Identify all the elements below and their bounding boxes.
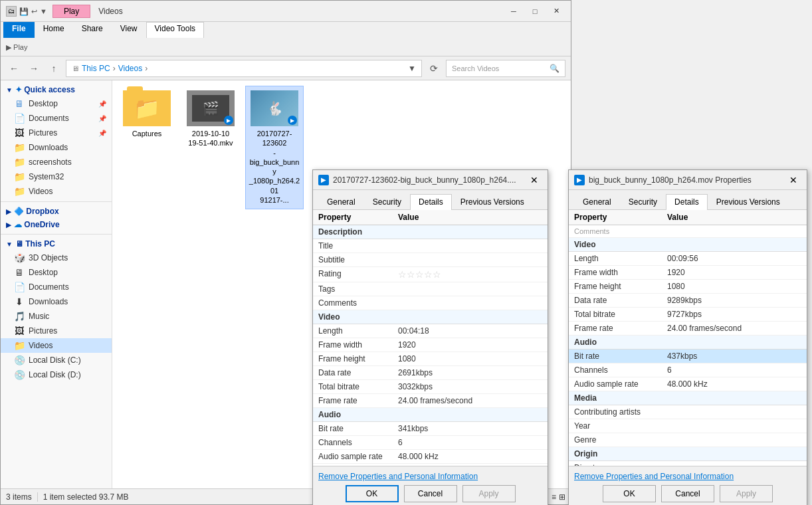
mov-prop-value-framewidth: 1920 [667,268,801,277]
minimize-button[interactable]: ─ [504,5,523,17]
dialog-mkv-footer: Remove Properties and Personal Informati… [313,466,548,505]
sidebar-dropbox[interactable]: ▶ 🔷 Dropbox [1,205,112,218]
sidebar-item-documents[interactable]: 📄 Documents 📌 [1,111,112,126]
prop-value-totalbitrate: 3032kbps [398,382,542,391]
sidebar-3dobjects-label: 3D Objects [29,253,68,262]
dialog-mkv-tab-details[interactable]: Details [410,194,452,210]
tab-video-tools[interactable]: Video Tools [146,22,205,38]
sidebar-thispc[interactable]: ▼ 🖥 This PC [1,237,112,251]
sidebar-item-pictures[interactable]: 🖼 Pictures 📌 [1,126,112,140]
mov-prop-value-totalbitrate: 9727kbps [667,310,801,319]
dialog-mov-close-button[interactable]: ✕ [785,173,801,187]
dialog-mkv-tab-previous[interactable]: Previous Versions [452,194,533,209]
sidebar-pictures-thispc[interactable]: 🖼 Pictures [1,324,112,338]
sidebar-downloads-thispc[interactable]: ⬇ Downloads [1,294,112,309]
tab-home[interactable]: Home [35,22,73,38]
dialog-mkv-row-channels: Channels 6 [313,436,548,450]
address-input[interactable]: 🖥 This PC › Videos › ▼ [66,60,422,77]
folder-icon-captures: 📁 [134,96,160,121]
sidebar-music[interactable]: 🎵 Music [1,309,112,324]
sidebar-system32-label: System32 [29,172,64,181]
maximize-button[interactable]: □ [526,5,544,17]
forward-button[interactable]: → [26,60,42,76]
sidebar-desktop-thispc[interactable]: 🖥 Desktop [1,265,112,280]
file-item-captures[interactable]: 📁 Captures [118,86,176,209]
ribbon-icon-play: ▶ Play [6,43,27,52]
dialog-mkv-row-bitrate: Bit rate 341kbps [313,422,548,436]
breadcrumb-videos[interactable]: Videos [118,64,142,73]
sidebar-localdisk-c[interactable]: 💿 Local Disk (C:) [1,353,112,367]
thumb-mkv: 🎬 ▶ [187,90,235,126]
desktop-icon: 🖥 [14,98,25,109]
dialog-mkv-close-button[interactable]: ✕ [526,173,542,187]
sidebar-videos-thispc[interactable]: 📁 Videos [1,338,112,353]
dialog-mov-ok-button[interactable]: OK [603,485,656,502]
sidebar-quick-access[interactable]: ▼ ✦ Quick access [1,83,112,96]
dialog-mov-apply-button[interactable]: Apply [720,485,773,502]
dialog-mkv-apply-button[interactable]: Apply [462,485,516,502]
file-item-video[interactable]: 🐇 ▶ 20170727-123602-big_buck_bunny_1080p… [245,86,304,209]
dialog-mov-tab-security[interactable]: Security [620,194,666,209]
sidebar-localdisk-d[interactable]: 💿 Local Disk (D:) [1,367,112,382]
dialog-mov-cancel-button[interactable]: Cancel [661,485,714,502]
onedrive-icon: ☁ [14,220,22,229]
tab-share[interactable]: Share [73,22,112,38]
mov-prop-value-bitrate: 437kbps [667,352,801,361]
address-dropdown[interactable]: ▼ [408,64,416,73]
dialog-mkv-header-value: Value [398,213,534,222]
up-button[interactable]: ↑ [46,60,62,76]
sidebar-documents-thispc[interactable]: 📄 Documents [1,280,112,294]
sidebar-item-system32[interactable]: 📁 System32 [1,169,112,184]
file-item-mkv[interactable]: 🎬 ▶ 2019-10-1019-51-40.mkv [181,86,240,209]
mov-prop-value-year [667,421,801,431]
sidebar-item-videos-quick[interactable]: 📁 Videos [1,184,112,199]
folder-thumb-captures: 📁 [123,90,171,126]
sidebar-item-desktop[interactable]: 🖥 Desktop 📌 [1,96,112,111]
back-button[interactable]: ← [6,60,22,76]
dialog-mov-tab-general[interactable]: General [574,194,620,209]
dialog-mkv-buttons: OK Cancel Apply [318,485,542,502]
sidebar-downloads-thispc-label: Downloads [29,297,68,306]
sidebar-onedrive[interactable]: ▶ ☁ OneDrive [1,218,112,231]
play-tab[interactable]: Play [52,5,90,18]
dialog-mov-footer: Remove Properties and Personal Informati… [569,466,807,505]
dialog-mkv-row-datarate: Data rate 2691kbps [313,366,548,380]
tab-file[interactable]: File [3,22,35,38]
dialog-mkv-tab-general[interactable]: General [318,194,364,209]
tab-view[interactable]: View [112,22,146,38]
breadcrumb-thispc[interactable]: This PC [82,64,110,73]
ribbon-tabs: File Home Share View Video Tools [1,22,571,38]
close-button[interactable]: ✕ [547,5,565,17]
dialog-mkv-row-frameheight: Frame height 1080 [313,352,548,366]
sidebar-3dobjects[interactable]: 🎲 3D Objects [1,251,112,265]
dialog-mkv-row-subtitle: Subtitle [313,253,548,267]
dialog-mov-remove-link[interactable]: Remove Properties and Personal Informati… [574,472,801,481]
ribbon-content: ▶ Play [1,38,571,56]
prop-value-title [398,241,542,251]
sidebar-item-downloads[interactable]: 📁 Downloads [1,140,112,155]
sidebar-divider-1 [1,201,112,202]
search-icon[interactable]: 🔍 [550,64,559,73]
dialog-mkv-ok-button[interactable]: OK [346,485,399,502]
dialog-mkv-row-length: Length 00:04:18 [313,324,548,338]
dialog-mkv-cancel-button[interactable]: Cancel [404,485,457,502]
sidebar-videos-thispc-label: Videos [29,341,52,350]
prop-value-framewidth: 1920 [398,340,542,350]
prop-name-totalbitrate: Total bitrate [318,382,398,391]
sidebar-item-screenshots[interactable]: 📁 screenshots [1,155,112,169]
dialog-mkv-tab-security[interactable]: Security [364,194,410,209]
sidebar-desktop-thispc-label: Desktop [29,268,58,277]
mov-prop-name-genre: Genre [574,435,667,445]
prop-name-length: Length [318,326,398,336]
view-grid-icon[interactable]: ⊞ [559,492,565,502]
dialog-mov-tab-previous[interactable]: Previous Versions [708,194,789,209]
sidebar-pictures-label: Pictures [29,128,57,138]
dialog-mov-row-length: Length 00:09:56 [569,252,807,266]
refresh-button[interactable]: ⟳ [426,60,442,76]
thispc-icon: 🖥 [15,239,23,249]
dialog-mkv-remove-link[interactable]: Remove Properties and Personal Informati… [318,472,542,481]
view-list-icon[interactable]: ≡ [552,492,556,502]
dialog-mov-tab-details[interactable]: Details [666,194,708,210]
prop-value-channels: 6 [398,438,542,447]
prop-value-subtitle [398,255,542,264]
